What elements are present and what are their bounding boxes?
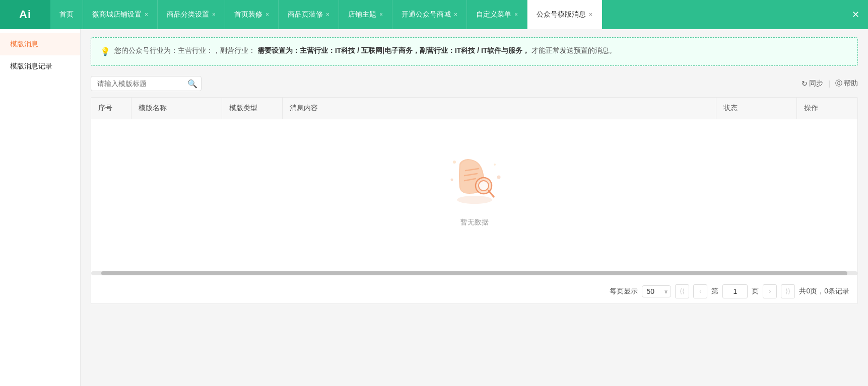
tab-label: 商品分类设置 — [167, 10, 209, 19]
data-table: 序号模版名称模版类型消息内容状态操作 — [91, 97, 858, 304]
empty-state: 暂无数据 — [91, 119, 857, 267]
tab-close-icon[interactable]: × — [514, 11, 518, 18]
next-page-button[interactable]: › — [763, 284, 777, 298]
help-button[interactable]: ⓪ 帮助 — [835, 79, 858, 88]
last-page-button[interactable]: ⟩⟩ — [781, 284, 795, 298]
main-layout: 模版消息模版消息记录 💡 您的公众号行业为：主营行业：，副营行业： 需要设置为：… — [0, 29, 868, 386]
notice-suffix: 才能正常发送预置的消息。 — [531, 46, 616, 54]
tab-close-icon[interactable]: × — [589, 11, 592, 18]
lightbulb-icon: 💡 — [100, 45, 110, 58]
help-icon: ⓪ — [835, 79, 842, 88]
tab-close-icon[interactable]: × — [265, 11, 269, 18]
sync-button[interactable]: ↻ 同步 — [802, 79, 823, 88]
search-icon: 🔍 — [187, 79, 197, 88]
page-size-label: 每页显示 — [610, 287, 638, 296]
nav-tab-home[interactable]: 首页 — [50, 0, 83, 29]
nav-tab-category[interactable]: 商品分类设置× — [158, 0, 225, 29]
nav-tab-micro-shop[interactable]: 微商城店铺设置× — [83, 0, 158, 29]
nav-tab-shop-theme[interactable]: 店铺主题× — [339, 0, 392, 29]
scrollbar-track[interactable] — [91, 271, 857, 275]
svg-point-5 — [479, 181, 489, 191]
search-right: ↻ 同步 | ⓪ 帮助 — [802, 79, 858, 88]
tab-label: 店铺主题 — [348, 10, 376, 19]
header-cell-type: 模版类型 — [222, 98, 283, 119]
header-cell-status: 状态 — [716, 98, 797, 119]
page-input[interactable] — [722, 284, 748, 298]
sync-label: 同步 — [809, 79, 823, 88]
page-word2: 页 — [752, 287, 759, 296]
search-left: 🔍 — [91, 76, 202, 91]
nav-tab-custom-menu[interactable]: 自定义菜单× — [467, 0, 527, 29]
sidebar-item-template-msg[interactable]: 模版消息 — [0, 33, 80, 55]
scrollbar-thumb[interactable] — [101, 271, 847, 275]
header-cell-content: 消息内容 — [283, 98, 716, 119]
help-label: 帮助 — [844, 79, 858, 88]
close-all-button[interactable]: ✕ — [843, 0, 868, 29]
app-logo: Ai — [0, 0, 50, 29]
svg-point-0 — [457, 196, 492, 204]
tab-label: 首页 — [59, 10, 74, 19]
svg-point-9 — [497, 175, 500, 179]
search-input[interactable] — [91, 76, 202, 91]
svg-line-6 — [489, 191, 494, 197]
notice-highlight: 需要设置为：主营行业：IT科技 / 互联网|电子商务，副营行业：IT科技 / I… — [257, 46, 530, 54]
notice-box: 💡 您的公众号行业为：主营行业：，副营行业： 需要设置为：主营行业：IT科技 /… — [91, 37, 858, 66]
tab-close-icon[interactable]: × — [326, 11, 329, 18]
page-size-select[interactable]: 102050100 — [642, 285, 671, 297]
pagination: 每页显示 102050100 ⟨⟨ ‹ 第 页 › ⟩⟩ 共0页，0条记录 — [91, 279, 857, 303]
sidebar: 模版消息模版消息记录 — [0, 29, 81, 386]
tab-label: 公众号模版消息 — [537, 10, 586, 19]
nav-tab-open-shop[interactable]: 开通公众号商城× — [392, 0, 467, 29]
tab-close-icon[interactable]: × — [379, 11, 383, 18]
tab-close-icon[interactable]: × — [454, 11, 457, 18]
empty-illustration — [444, 149, 505, 210]
tab-label: 开通公众号商城 — [402, 10, 451, 19]
search-bar: 🔍 ↻ 同步 | ⓪ 帮助 — [91, 76, 858, 91]
sidebar-item-template-msg-record[interactable]: 模版消息记录 — [0, 55, 80, 78]
notice-content: 您的公众号行业为：主营行业：，副营行业： 需要设置为：主营行业：IT科技 / 互… — [114, 45, 616, 56]
table-header: 序号模版名称模版类型消息内容状态操作 — [91, 98, 857, 119]
page-word: 第 — [711, 287, 718, 296]
tab-close-icon[interactable]: × — [212, 11, 216, 18]
svg-point-7 — [453, 161, 456, 164]
top-nav: Ai 首页微商城店铺设置×商品分类设置×首页装修×商品页装修×店铺主题×开通公众… — [0, 0, 868, 29]
empty-text: 暂无数据 — [460, 218, 489, 227]
header-cell-action: 操作 — [797, 98, 857, 119]
tab-label: 微商城店铺设置 — [92, 10, 142, 19]
nav-tab-product-decor[interactable]: 商品页装修× — [279, 0, 339, 29]
search-button[interactable]: 🔍 — [187, 79, 197, 88]
prev-page-button[interactable]: ‹ — [693, 284, 707, 298]
header-cell-name: 模版名称 — [131, 98, 222, 119]
search-input-wrap: 🔍 — [91, 76, 202, 91]
notice-prefix: 您的公众号行业为：主营行业：，副营行业： — [114, 46, 255, 54]
divider: | — [828, 80, 830, 88]
first-page-button[interactable]: ⟨⟨ — [675, 284, 689, 298]
content-area: 💡 您的公众号行业为：主营行业：，副营行业： 需要设置为：主营行业：IT科技 /… — [81, 29, 868, 386]
tab-close-icon[interactable]: × — [145, 11, 148, 18]
total-text: 共0页，0条记录 — [799, 287, 849, 296]
nav-tab-template-msg[interactable]: 公众号模版消息× — [527, 0, 602, 29]
nav-tabs: 首页微商城店铺设置×商品分类设置×首页装修×商品页装修×店铺主题×开通公众号商城… — [50, 0, 843, 29]
page-size-wrapper: 102050100 — [642, 285, 671, 297]
svg-point-10 — [450, 178, 453, 181]
header-cell-seq: 序号 — [91, 98, 131, 119]
refresh-icon: ↻ — [802, 80, 808, 88]
tab-label: 商品页装修 — [288, 10, 323, 19]
svg-point-8 — [494, 164, 496, 166]
nav-tab-homepage-decor[interactable]: 首页装修× — [225, 0, 279, 29]
tab-label: 自定义菜单 — [476, 10, 511, 19]
tab-label: 首页装修 — [234, 10, 262, 19]
